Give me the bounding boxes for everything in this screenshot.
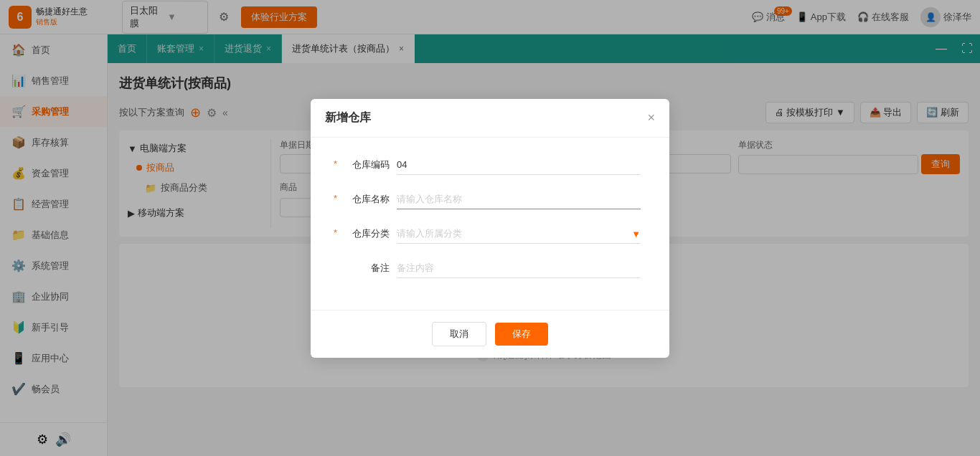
dialog-body: 仓库编码 仓库名称 仓库分类 ▼ 备注 xyxy=(311,138,669,310)
warehouse-category-row: 仓库分类 ▼ xyxy=(339,224,641,244)
warehouse-code-label: 仓库编码 xyxy=(339,158,397,171)
warehouse-category-input[interactable] xyxy=(397,224,641,244)
dialog-footer: 取消 保存 xyxy=(311,310,669,358)
warehouse-name-label: 仓库名称 xyxy=(339,193,397,206)
new-warehouse-dialog: 新增仓库 × 仓库编码 仓库名称 仓库分类 ▼ 备注 xyxy=(311,99,669,358)
warehouse-category-wrapper: ▼ xyxy=(397,224,641,244)
dialog-title: 新增仓库 xyxy=(325,110,371,125)
cancel-button[interactable]: 取消 xyxy=(432,322,486,346)
modal-overlay: 新增仓库 × 仓库编码 仓库名称 仓库分类 ▼ 备注 xyxy=(0,0,980,456)
warehouse-name-row: 仓库名称 xyxy=(339,189,641,209)
dialog-header: 新增仓库 × xyxy=(311,99,669,138)
save-button[interactable]: 保存 xyxy=(495,323,548,346)
warehouse-category-label: 仓库分类 xyxy=(339,227,397,240)
remark-row: 备注 xyxy=(339,258,641,278)
dialog-close-button[interactable]: × xyxy=(647,110,655,125)
warehouse-name-input[interactable] xyxy=(397,189,641,209)
warehouse-code-row: 仓库编码 xyxy=(339,155,641,175)
remark-label: 备注 xyxy=(339,262,397,275)
remark-input[interactable] xyxy=(397,258,641,278)
warehouse-code-input[interactable] xyxy=(397,155,641,175)
